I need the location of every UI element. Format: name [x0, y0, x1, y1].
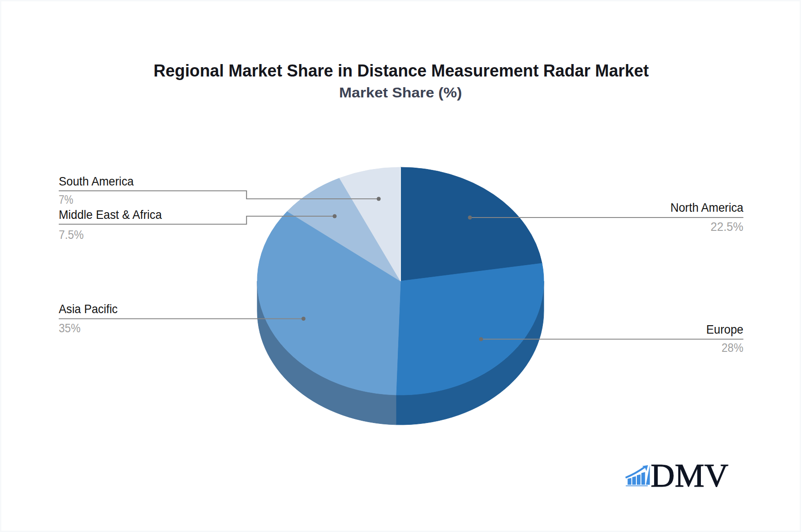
- svg-text:South America: South America: [59, 174, 134, 188]
- svg-text:Regional Market Share in Dista: Regional Market Share in Distance Measur…: [154, 61, 649, 80]
- svg-text:Asia Pacific: Asia Pacific: [59, 302, 117, 316]
- svg-text:DMV: DMV: [651, 457, 728, 494]
- svg-text:Market Share (%): Market Share (%): [339, 85, 462, 101]
- svg-text:North America: North America: [671, 201, 744, 214]
- svg-text:Europe: Europe: [706, 322, 744, 336]
- svg-text:35%: 35%: [59, 322, 81, 335]
- svg-text:22.5%: 22.5%: [711, 220, 744, 234]
- svg-text:7%: 7%: [59, 193, 73, 206]
- svg-text:28%: 28%: [722, 341, 744, 355]
- svg-text:Middle East & Africa: Middle East & Africa: [59, 208, 162, 222]
- svg-text:7.5%: 7.5%: [59, 228, 84, 242]
